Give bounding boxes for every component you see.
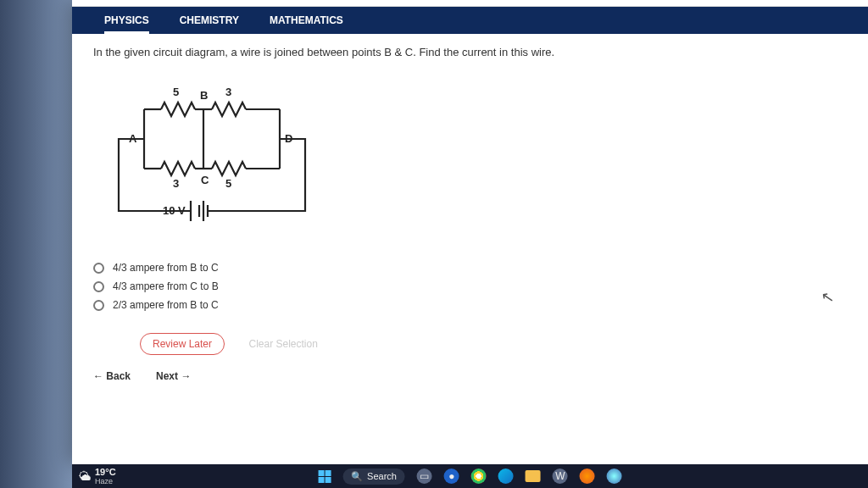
- app-icon-2[interactable]: W: [553, 469, 568, 484]
- start-button[interactable]: [318, 470, 331, 483]
- option-3[interactable]: 2/3 ampere from B to C: [93, 299, 847, 311]
- back-button[interactable]: ← Back: [93, 370, 131, 382]
- weather-widget[interactable]: 🌥 19°C Haze: [79, 467, 116, 485]
- question-text: In the given circuit diagram, a wire is …: [93, 46, 847, 58]
- svg-text:C: C: [201, 174, 209, 186]
- option-label: 2/3 ampere from B to C: [113, 299, 219, 311]
- svg-text:5: 5: [225, 177, 231, 190]
- weather-icon: 🌥: [79, 469, 91, 483]
- app-icon[interactable]: ●: [444, 469, 459, 484]
- taskbar: 🌥 19°C Haze 🔍 Search ▭ ● W: [72, 464, 868, 488]
- svg-text:D: D: [285, 132, 292, 145]
- search-input[interactable]: 🔍 Search: [342, 469, 405, 485]
- review-later-button[interactable]: Review Later: [140, 333, 225, 355]
- task-view-icon[interactable]: ▭: [417, 469, 432, 484]
- svg-text:3: 3: [173, 177, 179, 190]
- firefox-icon[interactable]: [580, 469, 595, 484]
- copilot-icon[interactable]: [607, 469, 622, 484]
- search-icon: 🔍: [351, 471, 363, 482]
- answer-options: 4/3 ampere from B to C 4/3 ampere from C…: [93, 262, 847, 311]
- tab-chemistry[interactable]: CHEMISTRY: [164, 7, 254, 34]
- option-1[interactable]: 4/3 ampere from B to C: [93, 262, 847, 274]
- tab-physics[interactable]: PHYSICS: [89, 7, 164, 34]
- explorer-icon[interactable]: [526, 470, 541, 482]
- svg-text:B: B: [200, 89, 208, 102]
- circuit-diagram: 5 B 3 A D 3 C 5 10 V: [110, 75, 331, 245]
- option-2[interactable]: 4/3 ampere from C to B: [93, 280, 847, 292]
- next-button[interactable]: Next →: [156, 370, 191, 382]
- svg-text:10 V: 10 V: [163, 204, 186, 217]
- clear-selection-button[interactable]: Clear Selection: [236, 334, 329, 354]
- svg-text:3: 3: [225, 86, 231, 98]
- radio-icon: [93, 263, 104, 274]
- tab-mathematics[interactable]: MATHEMATICS: [254, 7, 359, 34]
- edge-icon[interactable]: [498, 469, 514, 484]
- subject-tabs: PHYSICS CHEMISTRY MATHEMATICS: [72, 7, 868, 34]
- radio-icon: [93, 281, 104, 292]
- svg-text:5: 5: [173, 86, 179, 98]
- chrome-icon[interactable]: [471, 469, 487, 484]
- option-label: 4/3 ampere from B to C: [113, 262, 219, 274]
- svg-text:A: A: [129, 132, 137, 145]
- radio-icon: [93, 300, 104, 311]
- option-label: 4/3 ampere from C to B: [113, 280, 219, 292]
